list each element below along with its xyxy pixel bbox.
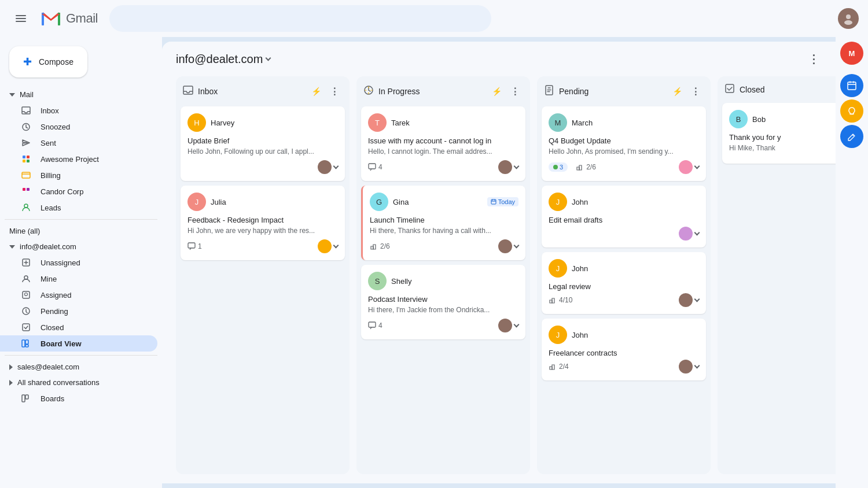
inbox-lightning-button[interactable]: ⚡ — [308, 83, 324, 99]
svg-point-10 — [844, 20, 852, 25]
gmail-text: Gmail — [66, 11, 98, 26]
sidebar-divider-2 — [5, 355, 157, 356]
all-shared-label: All shared conversations — [17, 378, 100, 387]
inprogress-col-icon — [363, 85, 374, 98]
gina-assign-chevron — [514, 243, 520, 249]
compose-button[interactable]: ✚ Compose — [9, 46, 87, 77]
leads-icon — [21, 203, 31, 212]
pending-more-button[interactable]: ⋮ — [687, 83, 704, 99]
card-john-freelancer[interactable]: J John Freelancer contracts 2/4 — [542, 319, 706, 380]
sidebar-sales-email-header[interactable]: sales@dealet.com — [0, 359, 162, 375]
sidebar-item-assigned[interactable]: Assigned — [0, 287, 157, 303]
svg-rect-35 — [369, 164, 376, 169]
sidebar-item-closed[interactable]: Closed — [0, 319, 157, 335]
card-bob[interactable]: B Bob Thank you for y Hi Mike, Thank — [722, 103, 836, 164]
julia-assignee-avatar — [318, 239, 332, 253]
card-julia-assignee[interactable] — [318, 239, 338, 253]
card-john-freelancer-name: John — [572, 331, 588, 339]
card-march-progress: 2/6 — [576, 163, 596, 171]
card-john-legal[interactable]: J John Legal review 4/10 — [542, 252, 706, 314]
menu-icon[interactable] — [9, 7, 32, 30]
sidebar-item-sent[interactable]: Sent — [0, 135, 157, 151]
svg-rect-8 — [58, 13, 60, 14]
sidebar-item-candor-corp[interactable]: Candor Corp — [0, 183, 157, 199]
right-icon-pencil[interactable] — [840, 125, 863, 148]
john-legal-progress-text: 4/10 — [559, 296, 572, 304]
board-view-label: Board View — [41, 339, 82, 348]
card-gina[interactable]: G Gina Today Launch Timeline Hi there, T… — [361, 186, 525, 260]
inprogress-col-title: In Progress — [378, 87, 484, 96]
sidebar-item-inbox[interactable]: Inbox — [0, 102, 157, 119]
sent-icon — [21, 138, 31, 147]
card-tarek-assignee[interactable] — [498, 160, 518, 174]
right-icon-bulb[interactable] — [840, 99, 863, 123]
card-john-legal-assignee[interactable] — [679, 293, 699, 307]
card-shelly[interactable]: S Shelly Podcast Interview Hi there, I'm… — [361, 265, 525, 339]
sidebar-item-unassigned[interactable]: Unassigned — [0, 254, 157, 271]
card-tarek[interactable]: T Tarek Issue with my account - cannot l… — [361, 106, 525, 181]
card-bob-avatar: B — [729, 110, 748, 128]
card-harvey[interactable]: H Harvey Update Brief Hello John, Follow… — [181, 106, 345, 181]
sidebar-item-pending[interactable]: Pending — [0, 303, 157, 319]
john-legal-assign-chevron — [694, 297, 700, 302]
closed-label: Closed — [41, 323, 64, 332]
sidebar-item-boards[interactable]: Boards — [0, 390, 157, 406]
sidebar-item-billing[interactable]: Billing — [0, 167, 157, 183]
sidebar-all-shared-header[interactable]: All shared conversations — [0, 375, 162, 390]
inprogress-cards: T Tarek Issue with my account - cannot l… — [356, 104, 530, 474]
unassigned-icon — [21, 258, 31, 267]
right-icon-calendar[interactable] — [840, 74, 863, 97]
card-harvey-assignee[interactable] — [318, 160, 338, 174]
sidebar-item-awesome-project[interactable]: Awesome Project — [0, 151, 157, 167]
john-legal-assignee-avatar — [679, 293, 693, 307]
awesome-project-label: Awesome Project — [41, 155, 99, 164]
closed-col-title: Closed — [740, 85, 836, 94]
closed-col-icon — [724, 83, 735, 96]
sidebar-item-mine[interactable]: Mine — [0, 271, 157, 287]
card-tarek-name: Tarek — [391, 119, 410, 127]
inbox-icon — [21, 106, 31, 115]
card-bob-name: Bob — [752, 115, 766, 124]
pending-col-actions: ⚡ ⋮ — [669, 83, 704, 99]
pending-cards: M March Q4 Budget Update Hello John, As … — [537, 104, 711, 474]
user-avatar[interactable] — [838, 8, 859, 29]
card-shelly-preview: Hi there, I'm Jackie from the Ondricka..… — [368, 306, 518, 314]
inbox-more-button[interactable]: ⋮ — [326, 83, 343, 99]
card-march[interactable]: M March Q4 Budget Update Hello John, As … — [542, 106, 706, 181]
shelly-assignee-avatar — [498, 319, 512, 332]
card-gina-avatar: G — [370, 193, 388, 211]
main-content: info@dealet.com ⋮ Inbox — [162, 42, 836, 483]
card-john-freelancer-assignee[interactable] — [679, 360, 699, 374]
sidebar-item-leads[interactable]: Leads — [0, 199, 157, 216]
card-march-preview: Hello John, As promised, I'm sending y..… — [549, 147, 699, 156]
tarek-assignee-avatar — [498, 160, 512, 174]
card-john-edit-assignee[interactable] — [679, 227, 699, 241]
svg-rect-37 — [369, 322, 376, 327]
card-march-name: March — [572, 119, 593, 127]
sidebar-info-email-header[interactable]: info@dealet.com — [0, 239, 162, 254]
inprogress-lightning-button[interactable]: ⚡ — [488, 83, 505, 99]
svg-point-24 — [25, 293, 28, 296]
card-gina-assignee[interactable] — [498, 239, 518, 253]
inprogress-more-button[interactable]: ⋮ — [507, 83, 523, 99]
card-march-assignee[interactable] — [679, 160, 699, 174]
card-julia[interactable]: J Julia Feedback - Redesign Impact Hi Jo… — [181, 186, 345, 260]
sidebar-mail-header[interactable]: Mail — [0, 87, 162, 102]
card-shelly-assignee[interactable] — [498, 319, 518, 332]
sidebar-item-snoozed[interactable]: Snoozed — [0, 119, 157, 135]
more-options-button[interactable]: ⋮ — [806, 51, 822, 67]
sidebar-item-board-view[interactable]: Board View — [0, 335, 157, 352]
card-john-legal-avatar: J — [549, 259, 567, 278]
svg-rect-40 — [848, 82, 856, 90]
card-john-edit[interactable]: J John Edit email drafts — [542, 186, 706, 247]
card-john-freelancer-progress: 2/4 — [549, 363, 569, 371]
right-icon-gmail[interactable]: M — [840, 42, 863, 65]
card-shelly-comment: 4 — [368, 321, 382, 330]
email-selector[interactable]: info@dealet.com — [176, 53, 270, 66]
svg-rect-23 — [23, 291, 30, 298]
search-bar[interactable] — [109, 5, 491, 32]
card-tarek-footer: 4 — [368, 160, 518, 174]
shelly-assign-chevron — [514, 322, 520, 328]
march-progress-text: 2/6 — [586, 163, 596, 171]
pending-lightning-button[interactable]: ⚡ — [669, 83, 685, 99]
